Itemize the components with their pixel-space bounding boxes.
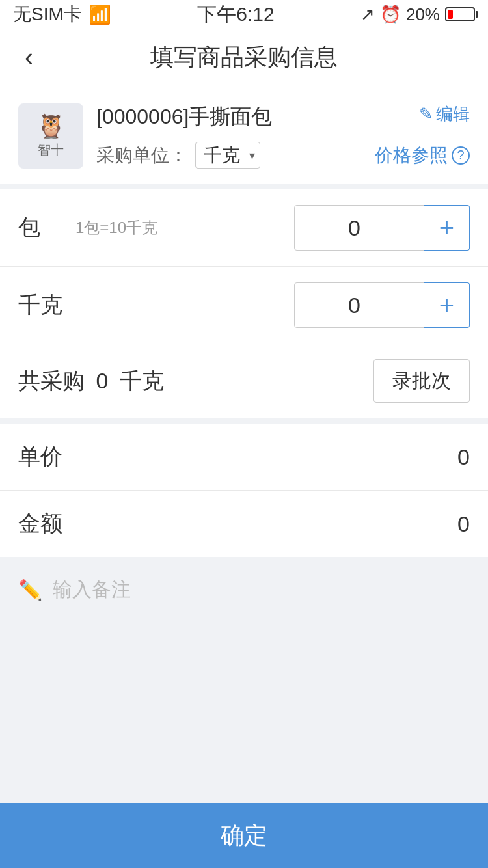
status-right: ↗ ⏰ 20% xyxy=(360,5,475,25)
help-icon: ? xyxy=(452,146,470,165)
bag-quantity-input[interactable] xyxy=(294,205,424,251)
battery-percent: 20% xyxy=(406,5,440,25)
batch-button[interactable]: 录批次 xyxy=(373,359,470,403)
brand-text: 智十 xyxy=(38,141,64,159)
unit-price-value: 0 xyxy=(457,444,470,470)
kg-label: 千克 xyxy=(18,290,70,320)
status-left: 无SIM卡 📶 xyxy=(13,2,111,27)
unit-select-wrapper[interactable]: 千克 xyxy=(195,142,260,169)
confirm-button[interactable]: 确定 xyxy=(0,803,488,868)
total-amount: 0 xyxy=(96,368,108,393)
bag-label: 包 xyxy=(18,213,70,243)
price-ref-button[interactable]: 价格参照 ? xyxy=(375,143,470,168)
location-icon: ↗ xyxy=(360,5,375,25)
edit-icon: ✎ xyxy=(419,104,433,124)
page-title: 填写商品采购信息 xyxy=(150,42,338,74)
note-section[interactable]: ✏️ 输入备注 xyxy=(0,557,488,622)
amount-value: 0 xyxy=(457,511,470,537)
price-section: 单价 0 金额 0 xyxy=(0,424,488,557)
total-text: 共采购 0 千克 xyxy=(18,366,164,396)
kg-plus-icon: + xyxy=(439,291,454,320)
back-button[interactable]: ‹ xyxy=(18,37,40,78)
battery-fill xyxy=(448,10,453,19)
total-prefix: 共采购 xyxy=(18,368,85,393)
unit-label-text: 采购单位： xyxy=(96,143,187,168)
unit-price-label: 单价 xyxy=(18,442,62,472)
unit-selector: 采购单位： 千克 xyxy=(96,142,260,169)
bag-plus-button[interactable]: + xyxy=(424,205,470,251)
unit-price-row: 单价 0 xyxy=(0,424,488,491)
product-card: 🦉 智十 [0000006]手撕面包 ✎ 编辑 采购单位： 千克 价格参照 ? xyxy=(0,87,488,189)
amount-label: 金额 xyxy=(18,509,62,539)
kg-input-controls: + xyxy=(294,282,470,328)
kg-quantity-input[interactable] xyxy=(294,282,424,328)
kg-plus-button[interactable]: + xyxy=(424,282,470,328)
product-name: [0000006]手撕面包 xyxy=(96,103,272,131)
input-section: 包 1包=10千克 + 千克 + xyxy=(0,189,488,344)
nav-bar: ‹ 填写商品采购信息 xyxy=(0,29,488,87)
total-unit: 千克 xyxy=(120,368,164,393)
carrier-text: 无SIM卡 xyxy=(13,2,82,27)
content-area xyxy=(0,622,488,804)
status-time: 下午6:12 xyxy=(197,1,274,28)
product-unit-row: 采购单位： 千克 价格参照 ? xyxy=(96,142,470,169)
wifi-icon: 📶 xyxy=(88,4,111,25)
bag-sublabel: 1包=10千克 xyxy=(75,217,157,238)
owl-icon: 🦉 xyxy=(36,113,66,140)
bag-input-controls: + xyxy=(294,205,470,251)
kg-input-row: 千克 + xyxy=(0,267,488,344)
unit-select[interactable]: 千克 xyxy=(195,142,260,169)
battery-icon xyxy=(445,7,475,21)
alarm-icon: ⏰ xyxy=(380,5,401,25)
edit-button[interactable]: ✎ 编辑 xyxy=(419,103,470,126)
bag-plus-icon: + xyxy=(439,213,454,243)
bag-input-row: 包 1包=10千克 + xyxy=(0,189,488,267)
edit-label: 编辑 xyxy=(436,103,470,126)
total-row: 共采购 0 千克 录批次 xyxy=(0,344,488,424)
pencil-icon: ✏️ xyxy=(18,578,42,601)
note-placeholder: 输入备注 xyxy=(53,576,131,603)
status-bar: 无SIM卡 📶 下午6:12 ↗ ⏰ 20% xyxy=(0,0,488,29)
price-ref-label: 价格参照 xyxy=(375,143,448,168)
product-thumbnail: 🦉 智十 xyxy=(18,103,83,169)
product-name-row: [0000006]手撕面包 ✎ 编辑 xyxy=(96,103,470,131)
amount-row: 金额 0 xyxy=(0,491,488,557)
product-info: [0000006]手撕面包 ✎ 编辑 采购单位： 千克 价格参照 ? xyxy=(96,103,470,169)
